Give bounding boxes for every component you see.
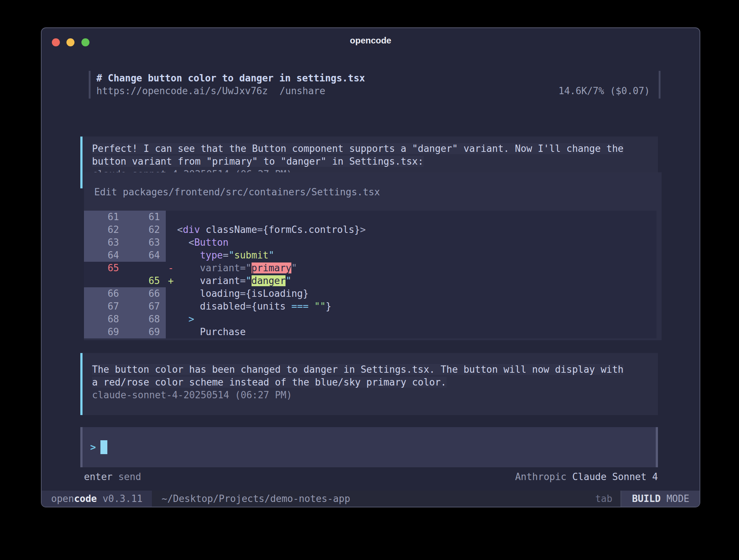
diff-marker <box>166 287 176 300</box>
message-text: Perfect! I can see that the Button compo… <box>92 142 658 155</box>
code-line: type="submit" <box>176 249 656 262</box>
edit-tool-header: Edit packages/frontend/src/containers/Se… <box>94 186 380 198</box>
code-line: <div className={formCs.controls}> <box>176 223 656 236</box>
session-share-url[interactable]: https://opencode.ai/s/UwJxv76z <box>96 85 268 97</box>
diff-marker <box>166 211 176 223</box>
diff-row: 6666 loading={isLoading} <box>84 287 656 300</box>
statusbar: opencode v0.3.11 ~/Desktop/Projects/demo… <box>42 491 700 507</box>
mode-badge: BUILDMODE <box>622 491 700 507</box>
session-title: # Change button color to danger in setti… <box>96 72 651 85</box>
diff-marker: + <box>166 275 176 287</box>
line-number-new: 62 <box>125 223 166 236</box>
line-number-new <box>125 262 166 275</box>
diff-row: 6363 <Button <box>84 236 656 249</box>
message-text: The button color has been changed to dan… <box>92 363 658 376</box>
line-number-new: 69 <box>125 326 166 338</box>
diff-marker <box>166 249 176 262</box>
diff-marker <box>166 313 176 326</box>
code-line: Purchase <box>176 326 656 338</box>
prompt-input[interactable]: > <box>80 427 658 467</box>
prompt-caret: > <box>90 442 96 453</box>
hint-row: enter send Anthropic Claude Sonnet 4 <box>84 471 658 483</box>
assistant-message: The button color has been changed to dan… <box>80 353 658 415</box>
diff-marker <box>166 300 176 313</box>
code-line: <Button <box>176 236 656 249</box>
diff-row: 6969 Purchase <box>84 326 656 338</box>
window-title: opencode <box>42 35 700 46</box>
enter-hint: enter send <box>84 471 141 483</box>
line-number-new: 65 <box>125 275 166 287</box>
model-label: Anthropic Claude Sonnet 4 <box>515 471 658 483</box>
code-line: variant="primary" <box>176 262 656 275</box>
working-directory: ~/Desktop/Projects/demo-notes-app <box>161 491 350 507</box>
diff-marker <box>166 236 176 249</box>
line-number-old: 69 <box>84 326 125 338</box>
diff-marker <box>166 326 176 338</box>
line-number-new: 68 <box>125 313 166 326</box>
code-line: disabled={units === ""} <box>176 300 656 313</box>
line-number-old: 66 <box>84 287 125 300</box>
diff-row: 6767 disabled={units === ""} <box>84 300 656 313</box>
diff-marker: - <box>166 262 176 275</box>
code-line: variant="danger" <box>176 275 656 287</box>
message-text: a red/rose color scheme instead of the b… <box>92 376 658 389</box>
opencode-window: opencode # Change button color to danger… <box>41 27 700 507</box>
line-number-new: 66 <box>125 287 166 300</box>
unshare-command[interactable]: /unshare <box>280 85 325 97</box>
diff-row: 6868 > <box>84 313 656 326</box>
line-number-old: 67 <box>84 300 125 313</box>
diff-row: 6161 <box>84 211 656 223</box>
message-text: button variant from "primary" to "danger… <box>92 155 658 168</box>
diff-row: 65+ variant="danger" <box>84 275 656 287</box>
line-number-new: 64 <box>125 249 166 262</box>
line-number-old: 65 <box>84 262 125 275</box>
diff-marker <box>166 223 176 236</box>
app-version-badge: opencode v0.3.11 <box>42 491 152 507</box>
line-number-old: 61 <box>84 211 125 223</box>
code-line <box>176 211 656 223</box>
code-line: loading={isLoading} <box>176 287 656 300</box>
line-number-old <box>84 275 125 287</box>
diff-row: 65- variant="primary" <box>84 262 656 275</box>
line-number-new: 61 <box>125 211 166 223</box>
edit-tool-block: Edit packages/frontend/src/containers/Se… <box>84 172 662 340</box>
tab-key-hint[interactable]: tab <box>595 491 612 507</box>
code-line: > <box>176 313 656 326</box>
line-number-old: 64 <box>84 249 125 262</box>
diff-row: 6262<div className={formCs.controls}> <box>84 223 656 236</box>
line-number-old: 68 <box>84 313 125 326</box>
session-header: # Change button color to danger in setti… <box>89 71 660 99</box>
diff-view: 61616262<div className={formCs.controls}… <box>84 211 656 338</box>
diff-row: 6464 type="submit" <box>84 249 656 262</box>
titlebar: opencode <box>42 28 700 54</box>
line-number-new: 67 <box>125 300 166 313</box>
line-number-old: 63 <box>84 236 125 249</box>
token-stats: 14.6K/7% ($0.07) <box>559 85 650 97</box>
prompt-cursor <box>100 440 107 454</box>
line-number-new: 63 <box>125 236 166 249</box>
message-meta: claude-sonnet-4-20250514 (06:27 PM) <box>92 389 658 402</box>
line-number-old: 62 <box>84 223 125 236</box>
